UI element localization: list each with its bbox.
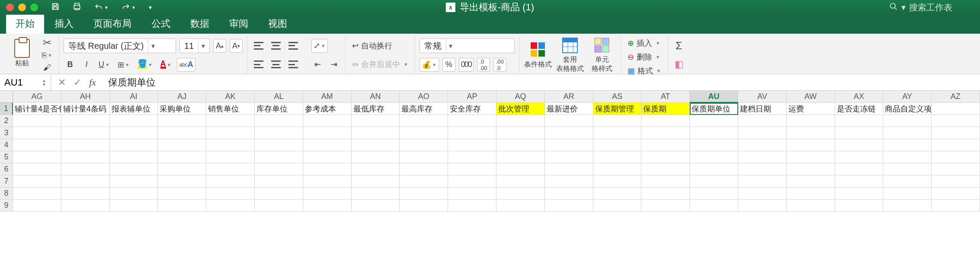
- column-header[interactable]: AO: [400, 91, 448, 103]
- cell[interactable]: [158, 127, 206, 139]
- cell[interactable]: [352, 163, 400, 175]
- cell[interactable]: [787, 163, 835, 175]
- cell[interactable]: [738, 200, 787, 212]
- tab-home[interactable]: 开始: [6, 13, 44, 34]
- cell[interactable]: [352, 139, 400, 151]
- cell[interactable]: [110, 175, 158, 188]
- cell[interactable]: 保质期单位: [690, 103, 738, 115]
- cell[interactable]: [352, 200, 400, 212]
- column-header[interactable]: AR: [545, 91, 593, 103]
- tab-data[interactable]: 数据: [181, 13, 219, 34]
- cell[interactable]: [593, 127, 642, 139]
- cell[interactable]: 最新进价: [545, 103, 593, 115]
- cell[interactable]: 保质期: [641, 103, 690, 115]
- fx-icon[interactable]: fx: [89, 77, 96, 88]
- column-header[interactable]: AL: [255, 91, 303, 103]
- column-header[interactable]: AN: [352, 91, 400, 103]
- cell[interactable]: [61, 151, 110, 163]
- cell[interactable]: [883, 115, 932, 127]
- cell[interactable]: [787, 115, 835, 127]
- cell[interactable]: [448, 175, 496, 188]
- cell[interactable]: [400, 139, 448, 151]
- cell[interactable]: [932, 127, 980, 139]
- row-header[interactable]: 1: [0, 103, 13, 115]
- accounting-format-button[interactable]: 💰▼: [420, 58, 439, 72]
- cell[interactable]: [932, 175, 980, 188]
- tab-review[interactable]: 审阅: [220, 13, 258, 34]
- cell[interactable]: [61, 200, 110, 212]
- font-color-button[interactable]: A▼: [158, 58, 174, 72]
- cell[interactable]: [13, 151, 61, 163]
- cell[interactable]: [496, 115, 545, 127]
- cell[interactable]: [206, 127, 255, 139]
- paste-button[interactable]: 粘贴: [8, 36, 36, 71]
- cell[interactable]: [352, 127, 400, 139]
- cell[interactable]: [206, 163, 255, 175]
- cell[interactable]: [255, 200, 303, 212]
- cell[interactable]: [787, 188, 835, 200]
- cell[interactable]: [738, 175, 787, 188]
- cell[interactable]: [110, 163, 158, 175]
- cell[interactable]: [448, 127, 496, 139]
- cell[interactable]: [400, 151, 448, 163]
- cell[interactable]: [641, 175, 690, 188]
- cell[interactable]: 安全库存: [448, 103, 496, 115]
- font-size-dropdown[interactable]: 11 ▾: [179, 38, 210, 53]
- cell[interactable]: [61, 175, 110, 188]
- cell[interactable]: [641, 163, 690, 175]
- column-header[interactable]: AP: [448, 91, 496, 103]
- cell[interactable]: [255, 127, 303, 139]
- cell[interactable]: [641, 115, 690, 127]
- wrap-text-button[interactable]: ↩ 自动换行: [350, 39, 394, 53]
- cell[interactable]: [206, 188, 255, 200]
- align-middle-button[interactable]: [269, 39, 283, 53]
- column-header[interactable]: AY: [883, 91, 932, 103]
- cut-button[interactable]: ✂: [40, 36, 54, 49]
- cell[interactable]: [448, 151, 496, 163]
- bold-button[interactable]: B: [64, 58, 77, 72]
- cell[interactable]: [110, 200, 158, 212]
- cell[interactable]: [593, 188, 642, 200]
- row-header[interactable]: 9: [0, 200, 13, 212]
- cell[interactable]: 批次管理: [496, 103, 545, 115]
- cell[interactable]: [787, 175, 835, 188]
- format-painter-button[interactable]: 🖌: [40, 62, 54, 74]
- increase-decimal-button[interactable]: .0.00: [477, 58, 490, 72]
- tab-formulas[interactable]: 公式: [142, 13, 180, 34]
- cell[interactable]: [738, 163, 787, 175]
- row-header[interactable]: 2: [0, 115, 13, 127]
- cell[interactable]: [303, 115, 352, 127]
- cell[interactable]: 库存单位: [255, 103, 303, 115]
- cell[interactable]: [448, 163, 496, 175]
- cell[interactable]: [883, 151, 932, 163]
- underline-button[interactable]: U▼: [96, 58, 112, 72]
- cell[interactable]: [448, 139, 496, 151]
- cell[interactable]: [158, 163, 206, 175]
- decrease-font-button[interactable]: A▾: [230, 39, 243, 53]
- close-window-button[interactable]: [6, 3, 14, 11]
- cell[interactable]: [690, 175, 738, 188]
- cell[interactable]: [61, 139, 110, 151]
- cell[interactable]: [400, 175, 448, 188]
- cell[interactable]: 最高库存: [400, 103, 448, 115]
- column-header[interactable]: AH: [61, 91, 110, 103]
- italic-button[interactable]: I: [80, 58, 93, 72]
- cell[interactable]: [110, 188, 158, 200]
- autosum-button[interactable]: Σ: [673, 39, 685, 53]
- cell[interactable]: [352, 175, 400, 188]
- column-header[interactable]: AT: [641, 91, 690, 103]
- insert-cells-button[interactable]: ⊕插入▼: [625, 36, 663, 50]
- comma-button[interactable]: 000: [459, 58, 474, 72]
- cell[interactable]: [787, 139, 835, 151]
- formula-input[interactable]: 保质期单位: [103, 76, 161, 89]
- row-header[interactable]: 8: [0, 188, 13, 200]
- cell[interactable]: [352, 115, 400, 127]
- row-header[interactable]: 6: [0, 163, 13, 175]
- merge-center-button[interactable]: ⇔ 合并后居中 ▼: [350, 57, 410, 71]
- cell[interactable]: [303, 188, 352, 200]
- cell[interactable]: [110, 115, 158, 127]
- cell[interactable]: [13, 163, 61, 175]
- minimize-window-button[interactable]: [18, 3, 26, 11]
- column-header[interactable]: AI: [110, 91, 158, 103]
- cell[interactable]: [61, 127, 110, 139]
